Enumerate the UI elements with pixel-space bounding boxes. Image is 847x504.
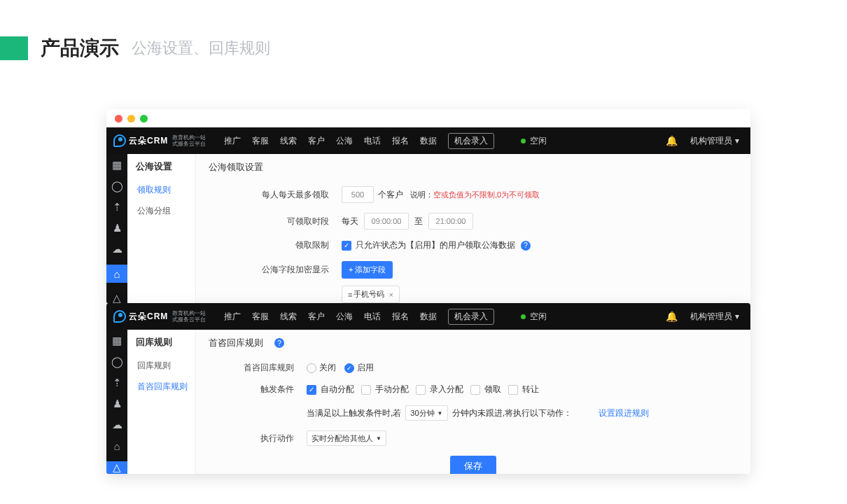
field-tag: ≡ 手机号码 ×	[342, 286, 400, 303]
sidebar-title: 回库规则	[127, 330, 195, 355]
help-icon[interactable]: ?	[521, 241, 531, 251]
accent-block	[0, 36, 28, 60]
slide-title-row: 产品演示 公海设置、回库规则	[0, 35, 270, 62]
mid: 至	[414, 216, 423, 227]
rail-icon[interactable]: ⇡	[111, 202, 122, 213]
rail-icon[interactable]: ♟	[111, 223, 122, 234]
sidebar-item[interactable]: 公海分组	[127, 200, 195, 221]
nav-item[interactable]: 公海	[336, 135, 353, 147]
slide-title: 产品演示	[41, 35, 119, 62]
nav-item[interactable]: 数据	[420, 311, 437, 323]
label: 触发条件	[209, 384, 307, 396]
section-title: 首咨回库规则 ?	[209, 337, 738, 349]
set-followup-link[interactable]: 设置跟进规则	[598, 407, 649, 419]
add-field-button[interactable]: + 添加字段	[342, 261, 393, 279]
nav-item[interactable]: 客户	[308, 135, 325, 147]
status-dot-icon	[521, 139, 526, 144]
radio-off[interactable]	[307, 363, 316, 373]
radio-off-label: 关闭	[319, 362, 336, 374]
label: 公海字段加密显示	[209, 261, 342, 276]
label: 首咨回库规则	[209, 362, 307, 374]
section-title: 公海领取设置	[209, 161, 738, 174]
duration-select[interactable]: 30分钟▼	[405, 405, 447, 421]
status-text: 空闲	[530, 135, 547, 147]
remove-tag-icon[interactable]: ×	[388, 290, 393, 299]
checkbox[interactable]	[307, 385, 316, 395]
rail-icon[interactable]: ◯	[111, 181, 122, 192]
nav-item[interactable]: 客户	[308, 311, 325, 323]
bell-icon[interactable]: 🔔	[666, 311, 678, 322]
status: 空闲	[521, 311, 547, 323]
rail-icon[interactable]: ⇡	[111, 377, 122, 388]
label: 执行动作	[209, 433, 307, 444]
sentence-pre: 当满足以上触发条件时,若	[307, 407, 401, 419]
window-2: 云朵CRM 教育机构一站式服务云平台 推广 客服 线索 客户 公海 电话 报名 …	[106, 303, 750, 474]
nav-item[interactable]: 公海	[336, 311, 353, 323]
sidebar-item[interactable]: 回库规则	[127, 355, 195, 376]
nav-item[interactable]: 报名	[392, 135, 409, 147]
checkbox[interactable]	[470, 385, 480, 395]
rail-icon[interactable]: ☁	[111, 419, 122, 430]
user-label: 机构管理员	[690, 135, 732, 147]
checkbox[interactable]	[342, 241, 351, 251]
rail-icon[interactable]: ▦	[111, 335, 122, 346]
nav-item[interactable]: 电话	[364, 135, 381, 147]
checkbox[interactable]	[416, 385, 426, 395]
save-button[interactable]: 保存	[450, 456, 496, 474]
row-trigger: 触发条件 自动分配 手动分配 录入分配 领取 转让	[209, 384, 738, 396]
rail-icon[interactable]: ♟	[111, 398, 122, 410]
rail-icon[interactable]: ◯	[111, 356, 122, 368]
logo-text: 云朵CRM	[129, 135, 168, 147]
tag-label: 手机号码	[354, 289, 384, 300]
logo-icon	[113, 134, 126, 147]
checkbox[interactable]	[508, 385, 518, 395]
status-text: 空闲	[530, 311, 547, 323]
daily-limit-input[interactable]	[342, 186, 374, 203]
time-from-input[interactable]	[364, 213, 409, 230]
user-menu[interactable]: 机构管理员 ▾	[690, 311, 739, 323]
rail-icon[interactable]: ⌂	[106, 265, 127, 283]
rail-icon[interactable]: △	[111, 293, 122, 304]
rail-icon[interactable]: ⌂	[111, 440, 122, 451]
logo-text: 云朵CRM	[129, 311, 168, 323]
sidebar: 回库规则 回库规则 首咨回库规则	[127, 330, 196, 474]
nav-item[interactable]: 数据	[420, 135, 437, 147]
opportunity-entry-button[interactable]: 机会录入	[448, 133, 494, 149]
side-rail: ▦ ◯ ⇡ ♟ ☁ ⌂ △	[106, 154, 127, 304]
drag-icon[interactable]: ≡	[348, 290, 351, 299]
rail-icon[interactable]: ☁	[111, 244, 122, 255]
bell-icon[interactable]: 🔔	[666, 135, 678, 146]
nav-item[interactable]: 线索	[280, 311, 297, 323]
nav-item[interactable]: 推广	[224, 135, 241, 147]
user-menu[interactable]: 机构管理员 ▾	[690, 135, 739, 147]
max-dot-icon[interactable]	[140, 115, 148, 122]
nav-item[interactable]: 线索	[280, 135, 297, 147]
min-dot-icon[interactable]	[127, 115, 135, 122]
row-time-range: 可领取时段 每天 至	[209, 213, 738, 230]
topbar: 云朵CRM 教育机构一站式服务云平台 推广 客服 线索 客户 公海 电话 报名 …	[106, 127, 750, 154]
sidebar-title: 公海设置	[127, 154, 195, 179]
action-select[interactable]: 实时分配给其他人▼	[307, 430, 386, 446]
nav-item[interactable]: 报名	[392, 311, 409, 323]
nav-item[interactable]: 推广	[224, 311, 241, 323]
logo: 云朵CRM 教育机构一站式服务云平台	[106, 310, 214, 323]
sentence-post: 分钟内未跟进,将执行以下动作：	[452, 407, 572, 419]
nav-item[interactable]: 电话	[364, 311, 381, 323]
row-condition-sentence: 当满足以上触发条件时,若 30分钟▼ 分钟内未跟进,将执行以下动作： 设置跟进规…	[209, 405, 738, 421]
checkbox[interactable]	[361, 385, 371, 395]
sidebar-item[interactable]: 领取规则	[127, 179, 195, 200]
row-action: 执行动作 实时分配给其他人▼	[209, 430, 738, 446]
nav-item[interactable]: 客服	[252, 135, 269, 147]
help-icon[interactable]: ?	[274, 338, 284, 348]
close-dot-icon[interactable]	[115, 115, 122, 122]
nav-item[interactable]: 客服	[252, 311, 269, 323]
opportunity-entry-button[interactable]: 机会录入	[448, 309, 494, 325]
radio-on[interactable]	[344, 363, 354, 373]
time-to-input[interactable]	[428, 213, 473, 230]
suffix: 个客户	[378, 189, 403, 201]
user-label: 机构管理员	[690, 311, 732, 323]
rail-icon[interactable]: ▦	[111, 160, 122, 171]
sidebar-item[interactable]: 首咨回库规则	[127, 376, 195, 397]
status: 空闲	[521, 135, 547, 147]
rail-icon[interactable]: △	[106, 461, 127, 474]
